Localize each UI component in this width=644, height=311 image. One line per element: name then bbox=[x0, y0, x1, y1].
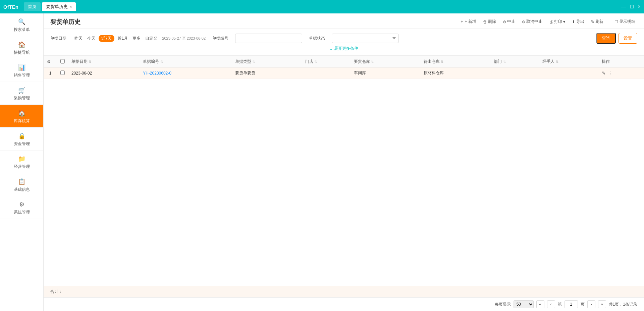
export-icon: ⬆ bbox=[572, 19, 575, 24]
col-date-sort[interactable]: ⇅ bbox=[89, 60, 91, 63]
refresh-label: 刷新 bbox=[595, 19, 603, 25]
select-all-checkbox[interactable] bbox=[60, 59, 65, 63]
refresh-button[interactable]: ↻ 刷新 bbox=[589, 17, 605, 26]
content-area: 要货单历史 ＋ + 新增 🗑 删除 ⊘ 中止 ⊘ 取消中止 bbox=[44, 13, 644, 311]
row-req-warehouse: 车间库 bbox=[351, 68, 420, 79]
date-range-display: 2023-05-27 至 2023-06-02 bbox=[162, 36, 206, 41]
doc-no-label: 单据编号 bbox=[212, 36, 228, 41]
sidebar: 🔍 搜索菜单 🏠 快捷导航 📊 销售管理 🛒 采购管理 🏠 库存核算 🔒 资金管… bbox=[0, 13, 44, 311]
date-btn-custom[interactable]: 自定义 bbox=[144, 35, 159, 42]
col-doctype-label: 单据类型 bbox=[235, 59, 251, 64]
refresh-icon: ↻ bbox=[591, 19, 594, 24]
col-docno-sort[interactable]: ⇅ bbox=[160, 60, 163, 63]
first-page-button[interactable]: « bbox=[536, 300, 544, 308]
print-icon: 🖨 bbox=[549, 19, 553, 24]
search-menu-icon: 🔍 bbox=[18, 18, 25, 26]
col-docno: 单据编号 ⇅ bbox=[140, 56, 231, 68]
cancel-suspend-icon: ⊘ bbox=[522, 19, 525, 24]
sidebar-item-system[interactable]: ⚙ 系统管理 bbox=[0, 196, 43, 219]
date-btn-today[interactable]: 今天 bbox=[86, 35, 97, 42]
doc-no-input[interactable] bbox=[235, 34, 302, 43]
suspend-button[interactable]: ⊘ 中止 bbox=[501, 17, 517, 26]
window-close-icon[interactable]: × bbox=[638, 4, 641, 10]
export-label: 导出 bbox=[576, 19, 584, 25]
status-select[interactable] bbox=[332, 34, 399, 43]
export-button[interactable]: ⬆ 导出 bbox=[570, 17, 586, 26]
status-label: 单据状态 bbox=[309, 36, 325, 41]
sidebar-item-purchase[interactable]: 🛒 采购管理 bbox=[0, 82, 43, 105]
print-button[interactable]: 🖨 打印 ▾ bbox=[547, 17, 567, 26]
cancel-suspend-label: 取消中止 bbox=[526, 19, 542, 25]
cancel-suspend-button[interactable]: ⊘ 取消中止 bbox=[520, 17, 544, 26]
row-operations: ✎ ⋮ bbox=[602, 71, 641, 76]
window-controls: — □ × bbox=[621, 4, 641, 10]
page-title: 要货单历史 bbox=[50, 18, 80, 26]
col-store-sort[interactable]: ⇅ bbox=[314, 60, 317, 63]
expand-more-button[interactable]: ⌄ 展开更多条件 bbox=[329, 46, 358, 51]
last-page-button[interactable]: » bbox=[598, 300, 606, 308]
col-handler-sort[interactable]: ⇅ bbox=[556, 60, 558, 63]
col-pending-warehouse-label: 待出仓库 bbox=[424, 59, 440, 64]
summary-label: 合计： bbox=[50, 289, 62, 295]
delete-button[interactable]: 🗑 删除 bbox=[481, 17, 498, 26]
sidebar-item-label-basicinfo: 基础信息 bbox=[14, 187, 30, 192]
sidebar-item-inventory[interactable]: 🏠 库存核算 bbox=[0, 105, 43, 128]
col-pending-warehouse-sort[interactable]: ⇅ bbox=[441, 60, 443, 63]
date-btn-1month[interactable]: 近1月 bbox=[116, 35, 129, 42]
purchase-icon: 🛒 bbox=[18, 87, 25, 94]
col-date-label: 单据日期 bbox=[71, 59, 88, 64]
col-docno-label: 单据编号 bbox=[143, 59, 159, 64]
date-btn-yesterday[interactable]: 昨天 bbox=[73, 35, 84, 42]
active-tab[interactable]: 要货单历史 × bbox=[42, 2, 76, 11]
table-footer: 合计： bbox=[44, 286, 644, 297]
pagination-bar: 每页显示 50 100 200 « ‹ 第 页 › » 共1页，1条记录 bbox=[44, 297, 644, 311]
query-button[interactable]: 查询 bbox=[596, 33, 616, 44]
data-table: ⚙ 单据日期 ⇅ 单据编号 ⇅ 单据类型 ⇅ 门店 ⇅ 要货仓库 ⇅ 待出仓库 … bbox=[44, 56, 644, 79]
sidebar-item-label-finance: 资金管理 bbox=[14, 141, 30, 147]
sidebar-item-quick-nav[interactable]: 🏠 快捷导航 bbox=[0, 36, 43, 59]
per-page-label: 每页显示 bbox=[495, 302, 511, 307]
sidebar-item-search-menu[interactable]: 🔍 搜索菜单 bbox=[0, 13, 43, 36]
col-doctype-sort[interactable]: ⇅ bbox=[252, 60, 255, 63]
col-date: 单据日期 ⇅ bbox=[68, 56, 140, 68]
row-edit-btn[interactable]: ✎ bbox=[602, 71, 606, 76]
settings-button[interactable]: 设置 bbox=[619, 33, 637, 44]
col-req-warehouse-label: 要货仓库 bbox=[354, 59, 370, 64]
new-button[interactable]: ＋ + 新增 bbox=[458, 17, 478, 26]
sidebar-item-basic-info[interactable]: 📋 基础信息 bbox=[0, 173, 43, 196]
page-prefix-label: 第 bbox=[558, 302, 562, 307]
col-dept-label: 部门 bbox=[494, 59, 502, 64]
col-dept-sort[interactable]: ⇅ bbox=[503, 60, 506, 63]
row-select-checkbox[interactable] bbox=[60, 71, 65, 75]
sidebar-item-finance[interactable]: 🔒 资金管理 bbox=[0, 128, 43, 150]
system-icon: ⚙ bbox=[19, 201, 24, 208]
sidebar-item-operations[interactable]: 📁 经营管理 bbox=[0, 150, 43, 173]
col-settings[interactable]: ⚙ bbox=[44, 56, 57, 68]
per-page-select[interactable]: 50 100 200 bbox=[514, 300, 534, 308]
col-req-warehouse-sort[interactable]: ⇅ bbox=[371, 60, 374, 63]
maximize-icon[interactable]: □ bbox=[630, 4, 634, 10]
col-ops: 操作 bbox=[598, 56, 644, 68]
table-area: ⚙ 单据日期 ⇅ 单据编号 ⇅ 单据类型 ⇅ 门店 ⇅ 要货仓库 ⇅ 待出仓库 … bbox=[44, 56, 644, 286]
row-num: 1 bbox=[44, 68, 57, 79]
row-date: 2023-06-02 bbox=[68, 68, 140, 79]
row-more-btn[interactable]: ⋮ bbox=[608, 71, 612, 76]
show-detail-button[interactable]: ☐ 显示明细 bbox=[612, 17, 637, 26]
prev-page-button[interactable]: ‹ bbox=[547, 300, 555, 308]
page-number-input[interactable] bbox=[565, 300, 578, 308]
filter-area: 单据日期 昨天 今天 近7天 近1月 更多 自定义 2023-05-27 至 2… bbox=[44, 29, 644, 56]
delete-label: 删除 bbox=[488, 19, 496, 25]
next-page-button[interactable]: › bbox=[587, 300, 595, 308]
sidebar-item-label-inventory: 库存核算 bbox=[14, 118, 30, 124]
col-pending-warehouse: 待出仓库 ⇅ bbox=[420, 56, 491, 68]
row-pending-warehouse: 原材料仓库 bbox=[420, 68, 491, 79]
date-btn-more[interactable]: 更多 bbox=[131, 35, 142, 42]
top-bar: OfTEn 首页 要货单历史 × — □ × bbox=[0, 0, 644, 13]
home-tab[interactable]: 首页 bbox=[24, 2, 41, 11]
minimize-icon[interactable]: — bbox=[621, 4, 626, 10]
row-docno-link[interactable]: YH-20230602-0 bbox=[143, 71, 171, 76]
page-suffix-label: 页 bbox=[581, 302, 585, 307]
date-btn-7days[interactable]: 近7天 bbox=[99, 35, 114, 42]
sidebar-item-sales[interactable]: 📊 销售管理 bbox=[0, 59, 43, 82]
tab-close-icon[interactable]: × bbox=[70, 5, 72, 9]
